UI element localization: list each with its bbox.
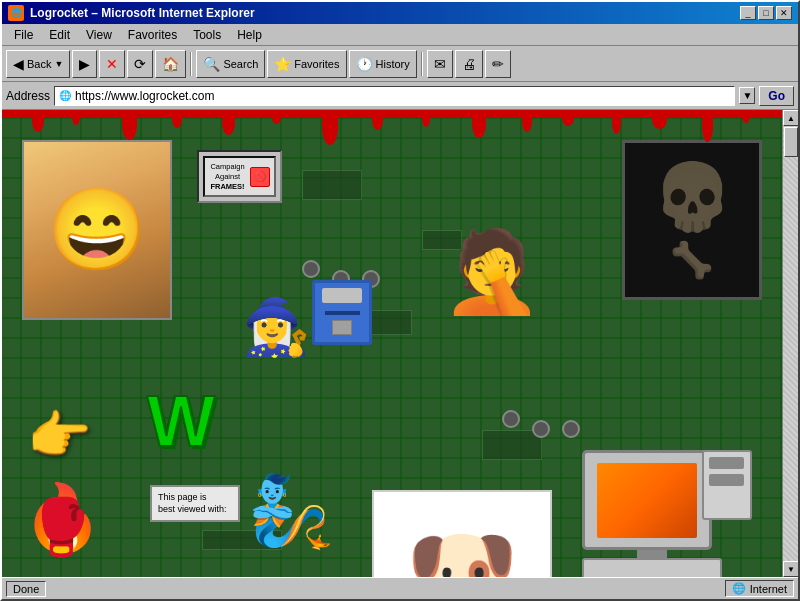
stop-button[interactable]: ✕ bbox=[99, 50, 125, 78]
circuit-chip-1 bbox=[302, 170, 362, 200]
menu-tools[interactable]: Tools bbox=[185, 26, 229, 44]
close-button[interactable]: ✕ bbox=[776, 6, 792, 20]
mail-button[interactable]: ✉ bbox=[427, 50, 453, 78]
back-icon: ◀ bbox=[13, 56, 24, 72]
blood-drip-11 bbox=[522, 110, 532, 132]
scroll-up-button[interactable]: ▲ bbox=[783, 110, 798, 126]
home-icon: 🏠 bbox=[162, 56, 179, 72]
dog-image: 🐶 bbox=[372, 490, 552, 577]
w-logo: W bbox=[147, 380, 215, 462]
skeleton-hand-emoji: 🦴 bbox=[670, 240, 714, 281]
page-background: 😄 Campaign Against FRAMES! 🚫 bbox=[2, 110, 782, 577]
browser-window: 🌐 Logrocket – Microsoft Internet Explore… bbox=[0, 0, 800, 601]
window-icon: 🌐 bbox=[8, 5, 24, 21]
blood-drip bbox=[2, 110, 782, 140]
refresh-icon: ⟳ bbox=[134, 56, 146, 72]
favorites-button[interactable]: ⭐ Favorites bbox=[267, 50, 346, 78]
skull-emoji: 💀 bbox=[652, 159, 733, 235]
scroll-down-button[interactable]: ▼ bbox=[783, 561, 798, 577]
internet-label: Internet bbox=[750, 583, 787, 595]
viewed-line2: best viewed with: bbox=[158, 503, 232, 516]
campaign-line1: Campaign bbox=[209, 162, 246, 172]
floppy-label bbox=[322, 288, 362, 303]
viewed-line1: This page is bbox=[158, 491, 232, 504]
window-title: Logrocket – Microsoft Internet Explorer bbox=[30, 6, 255, 20]
edit-button[interactable]: ✏ bbox=[485, 50, 511, 78]
bill-gates-face: 😄 bbox=[24, 142, 170, 318]
menu-help[interactable]: Help bbox=[229, 26, 270, 44]
forward-icon: ▶ bbox=[79, 56, 90, 72]
mail-icon: ✉ bbox=[434, 56, 446, 72]
blood-drip-1 bbox=[32, 110, 44, 132]
drive-bay-2 bbox=[709, 474, 744, 486]
edit-icon: ✏ bbox=[492, 56, 504, 72]
search-icon: 🔍 bbox=[203, 56, 220, 72]
toolbar-separator-1 bbox=[190, 52, 192, 76]
floppy-shutter bbox=[332, 320, 352, 335]
dog-emoji: 🐶 bbox=[406, 518, 518, 578]
monitor-stand-wrapper bbox=[582, 550, 722, 558]
minimize-button[interactable]: _ bbox=[740, 6, 756, 20]
blood-drip-8 bbox=[372, 110, 383, 130]
monitor-screen bbox=[597, 463, 697, 538]
floppy-disk bbox=[312, 280, 372, 345]
blood-drip-16 bbox=[742, 110, 750, 123]
menu-view[interactable]: View bbox=[78, 26, 120, 44]
campaign-icon: 🚫 bbox=[250, 167, 270, 187]
back-dropdown-icon: ▼ bbox=[54, 59, 63, 69]
status-bar: Done 🌐 Internet bbox=[2, 577, 798, 599]
circuit-cap-5 bbox=[532, 420, 550, 438]
computer-unit bbox=[702, 450, 752, 520]
history-label: History bbox=[376, 58, 410, 70]
stop-icon: ✕ bbox=[106, 56, 118, 72]
go-button[interactable]: Go bbox=[759, 86, 794, 106]
skull-content: 💀 🦴 bbox=[652, 159, 733, 281]
refresh-button[interactable]: ⟳ bbox=[127, 50, 153, 78]
blood-drip-9 bbox=[422, 110, 430, 127]
content-area: 😄 Campaign Against FRAMES! 🚫 bbox=[2, 110, 798, 577]
internet-icon: 🌐 bbox=[732, 582, 746, 595]
menu-file[interactable]: File bbox=[6, 26, 41, 44]
title-bar: 🌐 Logrocket – Microsoft Internet Explore… bbox=[2, 2, 798, 24]
history-button[interactable]: 🕐 History bbox=[349, 50, 417, 78]
blood-drip-6 bbox=[272, 110, 281, 124]
done-label: Done bbox=[13, 583, 39, 595]
scrollbar-vertical: ▲ ▼ bbox=[782, 110, 798, 577]
computer-setup bbox=[582, 440, 752, 577]
history-icon: 🕐 bbox=[356, 56, 373, 72]
circuit-cap-1 bbox=[302, 260, 320, 278]
circuit-cap-6 bbox=[562, 420, 580, 438]
blood-drip-14 bbox=[652, 110, 667, 129]
address-dropdown-button[interactable]: ▼ bbox=[739, 87, 755, 104]
viewed-with-badge: This page is best viewed with: bbox=[150, 485, 240, 522]
circuit-cap-4 bbox=[502, 410, 520, 428]
blood-drip-5 bbox=[222, 110, 235, 135]
menu-bar: File Edit View Favorites Tools Help bbox=[2, 24, 798, 46]
blood-drip-2 bbox=[72, 110, 80, 125]
wizard-figure: 🧙‍♀️ bbox=[242, 295, 311, 360]
forward-button[interactable]: ▶ bbox=[72, 50, 97, 78]
menu-edit[interactable]: Edit bbox=[41, 26, 78, 44]
toolbar: ◀ Back ▼ ▶ ✕ ⟳ 🏠 🔍 Search ⭐ Favorites 🕐 … bbox=[2, 46, 798, 82]
scroll-thumb[interactable] bbox=[784, 127, 798, 157]
campaign-badge: Campaign Against FRAMES! 🚫 bbox=[197, 150, 282, 203]
status-internet: 🌐 Internet bbox=[725, 580, 794, 597]
print-icon: 🖨 bbox=[462, 56, 476, 72]
page-content: 😄 Campaign Against FRAMES! 🚫 bbox=[2, 110, 782, 577]
back-button[interactable]: ◀ Back ▼ bbox=[6, 50, 70, 78]
back-label: Back bbox=[27, 58, 51, 70]
search-button[interactable]: 🔍 Search bbox=[196, 50, 265, 78]
favorites-label: Favorites bbox=[294, 58, 339, 70]
blood-drip-7 bbox=[322, 110, 338, 145]
maximize-button[interactable]: □ bbox=[758, 6, 774, 20]
skull-image: 💀 🦴 bbox=[622, 140, 762, 300]
genie-figure: 🧞 bbox=[247, 470, 334, 552]
scroll-track[interactable] bbox=[783, 126, 798, 561]
home-button[interactable]: 🏠 bbox=[155, 50, 186, 78]
window-controls: _ □ ✕ bbox=[740, 6, 792, 20]
print-button[interactable]: 🖨 bbox=[455, 50, 483, 78]
menu-favorites[interactable]: Favorites bbox=[120, 26, 185, 44]
status-done: Done bbox=[6, 581, 46, 597]
address-input[interactable]: 🌐 https://www.logrocket.com bbox=[54, 86, 735, 106]
page-favicon: 🌐 bbox=[59, 90, 71, 101]
